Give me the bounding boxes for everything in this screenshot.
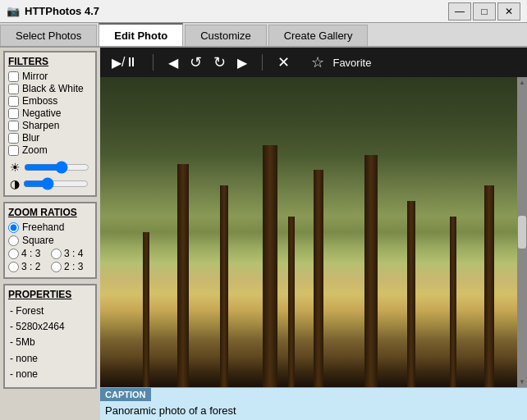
filters-section: FILTERS Mirror Black & White Emboss Nega… — [3, 51, 97, 197]
photo-toolbar: ▶/⏸ ◀ ↺ ↻ ▶ ✕ ☆ Favorite — [100, 48, 527, 77]
tab-edit-photo[interactable]: Edit Photo — [99, 23, 183, 46]
brightness-slider[interactable] — [24, 162, 89, 173]
contrast-slider-container: ◑ — [10, 177, 90, 190]
caption-input[interactable] — [100, 401, 527, 420]
play-icon: ▶ — [112, 55, 121, 71]
freehand-radio-row: Freehand — [8, 221, 92, 233]
filter-negative-checkbox[interactable] — [8, 108, 19, 119]
ratio-23-radio[interactable] — [51, 262, 62, 272]
filter-mirror-label: Mirror — [22, 71, 48, 82]
brightness-slider-container: ☀ — [10, 161, 90, 174]
filter-mirror-checkbox[interactable] — [8, 71, 19, 82]
minimize-button[interactable]: — — [448, 2, 471, 21]
favorite-star-button[interactable]: ☆ — [308, 52, 328, 73]
tree-2 — [220, 185, 228, 387]
contrast-slider[interactable] — [23, 178, 89, 189]
square-radio-row: Square — [8, 235, 92, 246]
square-radio[interactable] — [8, 235, 19, 246]
favorite-area: ☆ Favorite — [308, 52, 371, 73]
nav-controls: ◀ ↺ ↻ ▶ — [165, 52, 250, 73]
pause-icon: ⏸ — [125, 55, 138, 70]
scroll-up-arrow[interactable]: ▲ — [519, 79, 525, 86]
scroll-down-arrow[interactable]: ▼ — [519, 378, 525, 386]
slider-row: ☀ ◑ — [8, 161, 92, 190]
photo-display[interactable]: ▲ ▼ — [100, 77, 527, 387]
ratio-34: 3 : 4 — [51, 248, 92, 259]
filter-sharpen: Sharpen — [8, 120, 92, 131]
ratio-32-radio[interactable] — [8, 262, 19, 272]
scroll-bar[interactable]: ▲ ▼ — [517, 77, 527, 387]
ratio-34-label: 3 : 4 — [64, 248, 83, 259]
filter-bw: Black & White — [8, 83, 92, 94]
zoom-ratios-section: ZOOM RATIOS Freehand Square 4 : 3 3 : 4 — [3, 202, 97, 279]
play-pause-button[interactable]: ▶/⏸ — [108, 53, 141, 72]
tree-10 — [288, 217, 295, 387]
filter-mirror: Mirror — [8, 71, 92, 82]
filter-zoom-checkbox[interactable] — [8, 145, 19, 156]
ratio-43-label: 4 : 3 — [21, 248, 40, 259]
filters-title: FILTERS — [8, 56, 92, 67]
photo-area: ▶/⏸ ◀ ↺ ↻ ▶ ✕ ☆ Favorite — [100, 48, 527, 420]
title-bar-left: 📷 HTTPhotos 4.7 — [7, 5, 99, 17]
filter-sharpen-label: Sharpen — [22, 120, 59, 131]
toolbar-separator-2 — [262, 54, 263, 71]
title-bar: 📷 HTTPhotos 4.7 — □ ✕ — [0, 0, 527, 23]
tree-4 — [314, 170, 323, 387]
tab-create-gallery[interactable]: Create Gallery — [268, 25, 369, 46]
zoom-ratios-title: ZOOM RATIOS — [8, 207, 92, 218]
toolbar-separator-1 — [153, 54, 154, 71]
filter-zoom-label: Zoom — [22, 144, 48, 156]
tree-5 — [364, 155, 378, 388]
filter-blur-checkbox[interactable] — [8, 133, 19, 144]
tree-1 — [177, 164, 189, 387]
prev-button[interactable]: ◀ — [165, 53, 181, 72]
title-controls: — □ ✕ — [448, 2, 520, 21]
prop-name: - Forest — [10, 304, 92, 319]
filter-bw-checkbox[interactable] — [8, 84, 19, 94]
filter-emboss: Emboss — [8, 95, 92, 107]
favorite-label: Favorite — [332, 57, 371, 69]
filter-emboss-label: Emboss — [22, 95, 57, 107]
filter-zoom: Zoom — [8, 144, 92, 156]
app-title: HTTPhotos 4.7 — [25, 5, 99, 17]
next-button[interactable]: ▶ — [234, 53, 250, 72]
tree-3 — [263, 145, 277, 387]
filter-emboss-checkbox[interactable] — [8, 96, 19, 107]
rotate-left-button[interactable]: ↺ — [186, 52, 205, 73]
properties-section: PROPERTIES - Forest - 5280x2464 - 5Mb - … — [3, 284, 97, 389]
ratio-23-label: 2 : 3 — [64, 261, 83, 272]
ratio-32-label: 3 : 2 — [21, 261, 40, 272]
maximize-button[interactable]: □ — [473, 2, 496, 21]
filter-negative-label: Negative — [22, 107, 61, 119]
left-panel: FILTERS Mirror Black & White Emboss Nega… — [0, 48, 100, 420]
prop-dimensions: - 5280x2464 — [10, 319, 92, 335]
caption-label: CAPTION — [100, 388, 151, 401]
freehand-label: Freehand — [22, 221, 64, 233]
filter-sharpen-checkbox[interactable] — [8, 121, 19, 131]
ratio-32: 3 : 2 — [8, 261, 49, 272]
ratio-34-radio[interactable] — [51, 249, 62, 259]
tree-6 — [407, 201, 415, 387]
ratio-23: 2 : 3 — [51, 261, 92, 272]
tab-select-photos[interactable]: Select Photos — [0, 25, 97, 46]
play-controls: ▶/⏸ — [108, 53, 141, 72]
rotate-right-button[interactable]: ↻ — [210, 52, 229, 73]
scroll-thumb[interactable] — [518, 216, 526, 249]
prop-extra2: - none — [10, 367, 92, 382]
tab-customize[interactable]: Customize — [185, 25, 266, 46]
contrast-icon: ◑ — [10, 177, 20, 190]
brightness-small-icon: ☀ — [10, 161, 21, 174]
ratio-grid: 4 : 3 3 : 4 3 : 2 2 : 3 — [8, 248, 92, 272]
ratio-43-radio[interactable] — [8, 249, 19, 259]
forest-photo: ▲ ▼ — [100, 77, 527, 387]
properties-list: - Forest - 5280x2464 - 5Mb - none - none — [8, 304, 92, 382]
ratio-43: 4 : 3 — [8, 248, 49, 259]
filter-blur: Blur — [8, 132, 92, 144]
tree-7 — [450, 217, 456, 387]
prop-extra1: - none — [10, 351, 92, 367]
freehand-radio[interactable] — [8, 222, 19, 233]
close-photo-button[interactable]: ✕ — [274, 52, 293, 73]
close-button[interactable]: ✕ — [497, 2, 520, 21]
main-content: FILTERS Mirror Black & White Emboss Nega… — [0, 48, 527, 420]
filter-blur-label: Blur — [22, 132, 39, 144]
